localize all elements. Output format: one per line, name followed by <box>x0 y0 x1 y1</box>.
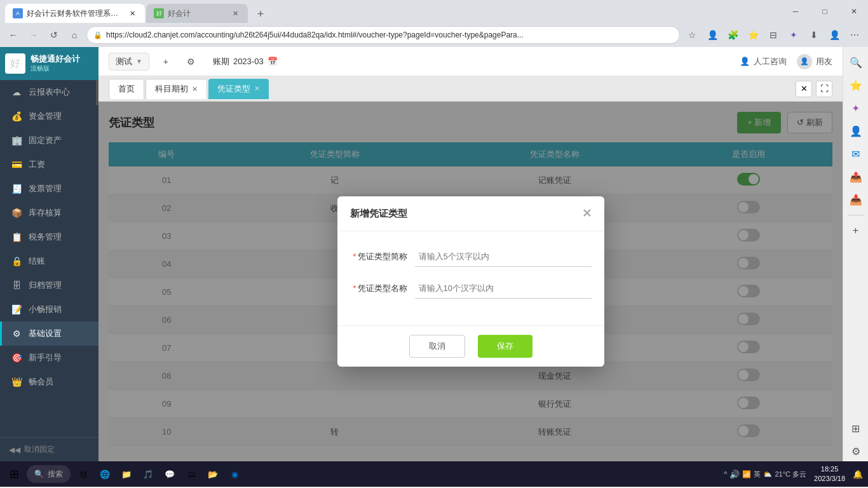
search-icon: 🔍 <box>34 470 44 478</box>
weather-icon: ⛅ <box>763 470 772 478</box>
workspace-selector[interactable]: 测试 ▼ <box>109 53 149 71</box>
close-btn[interactable]: ✕ <box>840 1 868 22</box>
sidebar-item-funds[interactable]: 💰 资金管理 <box>0 104 98 128</box>
forward-btn[interactable]: → <box>25 27 42 43</box>
sidebar-item-label-member: 畅会员 <box>29 376 53 388</box>
bookmark-btn[interactable]: ☆ <box>684 27 700 43</box>
extensions-btn[interactable]: 🧩 <box>724 27 741 43</box>
back-btn[interactable]: ← <box>5 27 22 43</box>
new-tab-btn[interactable]: + <box>252 5 269 23</box>
copilot-btn[interactable]: ✦ <box>785 27 802 43</box>
address-bar[interactable]: 🔒 https://cloud2.chanjet.com/accounting/… <box>86 26 680 44</box>
explorer-icon[interactable]: 📁 <box>118 465 135 483</box>
field-short-input[interactable] <box>415 247 592 267</box>
right-gear-icon[interactable]: ⚙ <box>846 441 866 461</box>
right-grid-icon[interactable]: ⊞ <box>846 418 866 438</box>
sidebar-item-archive[interactable]: 🗄 归档管理 <box>0 273 98 297</box>
add-workspace-btn[interactable]: + <box>157 53 175 71</box>
tray-speaker[interactable]: 🔊 <box>729 470 740 479</box>
tray-lang[interactable]: 英 <box>754 470 761 479</box>
sidebar-item-label-settings: 基础设置 <box>29 328 62 339</box>
refresh-btn[interactable]: ↺ <box>46 27 62 43</box>
fav-btn[interactable]: ⭐ <box>745 27 761 43</box>
downloads-btn[interactable]: ⬇ <box>806 27 822 43</box>
right-search-icon[interactable]: 🔍 <box>846 52 866 72</box>
tray-caret[interactable]: ^ <box>724 470 727 478</box>
sidebar-footer[interactable]: ◀◀ 取消固定 <box>0 437 98 461</box>
browser-tab-1[interactable]: A 好会计云财务软件管理系统_会计 ✕ <box>5 4 145 23</box>
tray-network[interactable]: 📶 <box>742 470 751 478</box>
modal-close-btn[interactable]: ✕ <box>582 207 592 220</box>
required-mark-full: * <box>353 283 356 293</box>
save-btn[interactable]: 保存 <box>478 335 532 358</box>
taskbar-search[interactable]: 🔍 搜索 <box>27 465 71 483</box>
tab2-close-btn[interactable]: ✕ <box>230 8 240 18</box>
edge-icon[interactable]: ◉ <box>226 465 243 483</box>
home-btn[interactable]: ⌂ <box>66 27 83 43</box>
search-label: 搜索 <box>48 469 63 480</box>
sidebar-item-fixed-assets[interactable]: 🏢 固定资产 <box>0 128 98 152</box>
files-icon[interactable]: 📂 <box>204 465 222 483</box>
right-star-icon[interactable]: ⭐ <box>846 75 866 95</box>
tab-collapse-btn[interactable]: ✕ <box>796 81 812 97</box>
split-btn[interactable]: ⊟ <box>765 27 782 43</box>
sidebar-item-reports[interactable]: ☁ 云报表中心 <box>0 80 98 104</box>
sidebar-item-guide[interactable]: 🎯 新手引导 <box>0 346 98 370</box>
header-right: 👤 人工咨询 👤 用友 <box>740 54 832 69</box>
browser-tab-2[interactable]: 好 好会计 ✕ <box>146 4 248 23</box>
tab-home-label: 首页 <box>118 83 135 95</box>
tab-subject-close-btn[interactable]: ✕ <box>192 85 198 93</box>
appstore-icon[interactable]: 🗂 <box>182 465 200 483</box>
funds-icon: 💰 <box>11 111 22 122</box>
sidebar-item-tax[interactable]: 📋 税务管理 <box>0 225 98 249</box>
closing-icon: 🔒 <box>11 255 22 267</box>
tab-voucher-type[interactable]: 凭证类型 ✕ <box>208 79 269 99</box>
menu-btn[interactable]: ⋯ <box>846 27 863 43</box>
field-full-input[interactable] <box>415 278 592 299</box>
sidebar-item-label-archive: 归档管理 <box>29 280 62 291</box>
right-user-icon[interactable]: 👤 <box>846 121 866 141</box>
profile-btn[interactable]: 👤 <box>826 27 843 43</box>
right-add-icon[interactable]: + <box>846 220 866 241</box>
consult-btn[interactable]: 👤 人工咨询 <box>740 56 787 67</box>
account-btn[interactable]: 👤 <box>704 27 721 43</box>
taskbar-clock[interactable]: 18:25 2023/3/18 <box>809 464 850 484</box>
sidebar-item-closing[interactable]: 🔒 结账 <box>0 249 98 273</box>
user-info-btn[interactable]: 👤 用友 <box>797 54 832 69</box>
settings-btn[interactable]: ⚙ <box>182 53 200 71</box>
tab-voucher-close-btn[interactable]: ✕ <box>254 85 260 93</box>
fixed-assets-icon: 🏢 <box>11 135 22 146</box>
tab-subject-period[interactable]: 科目期初 ✕ <box>146 79 207 99</box>
start-btn[interactable]: ⊞ <box>5 465 23 483</box>
sidebar-item-payroll[interactable]: 💳 工资 <box>0 152 98 177</box>
sidebar-item-label-inventory: 库存核算 <box>29 207 62 219</box>
cancel-btn[interactable]: 取消 <box>409 335 465 358</box>
tab-home[interactable]: 首页 <box>109 79 144 99</box>
notification-icon[interactable]: 🔔 <box>853 470 863 479</box>
inventory-icon: 📦 <box>11 207 22 219</box>
media-icon[interactable]: 🎵 <box>139 465 157 483</box>
main-content: 测试 ▼ + ⚙ 账期 2023-03 📅 👤 人工咨询 👤 用友 <box>98 47 843 461</box>
right-outlook-icon[interactable]: ✉ <box>846 144 866 164</box>
form-row-full: *凭证类型名称 <box>350 278 592 299</box>
browser-taskbar-icon[interactable]: 🌐 <box>96 465 114 483</box>
wechat-icon[interactable]: 💬 <box>161 465 179 483</box>
right-download-icon[interactable]: 📥 <box>846 189 866 210</box>
sidebar-item-member[interactable]: 👑 畅会员 <box>0 370 98 394</box>
task-view-btn[interactable]: ⊟ <box>74 465 92 483</box>
modal-body: *凭证类型简称 *凭证类型名称 <box>337 231 604 325</box>
tab-expand-btn[interactable]: ⛶ <box>816 81 832 97</box>
sidebar-item-label-reports: 云报表中心 <box>29 86 70 98</box>
right-sparkle-icon[interactable]: ✦ <box>846 98 866 118</box>
sidebar-item-settings[interactable]: ⚙ 基础设置 <box>0 322 98 346</box>
sidebar-item-inventory[interactable]: 📦 库存核算 <box>0 201 98 225</box>
workspace-label: 测试 <box>116 56 132 67</box>
minimize-btn[interactable]: ─ <box>782 1 810 22</box>
sidebar-item-expense[interactable]: 📝 小畅报销 <box>0 297 98 322</box>
modal-header: 新增凭证类型 ✕ <box>337 196 604 231</box>
right-send-icon[interactable]: 📤 <box>846 166 866 187</box>
tab1-close-btn[interactable]: ✕ <box>127 8 137 18</box>
period-calendar-icon: 📅 <box>268 57 278 66</box>
sidebar-item-invoice[interactable]: 🧾 发票管理 <box>0 177 98 201</box>
maximize-btn[interactable]: □ <box>811 1 839 22</box>
